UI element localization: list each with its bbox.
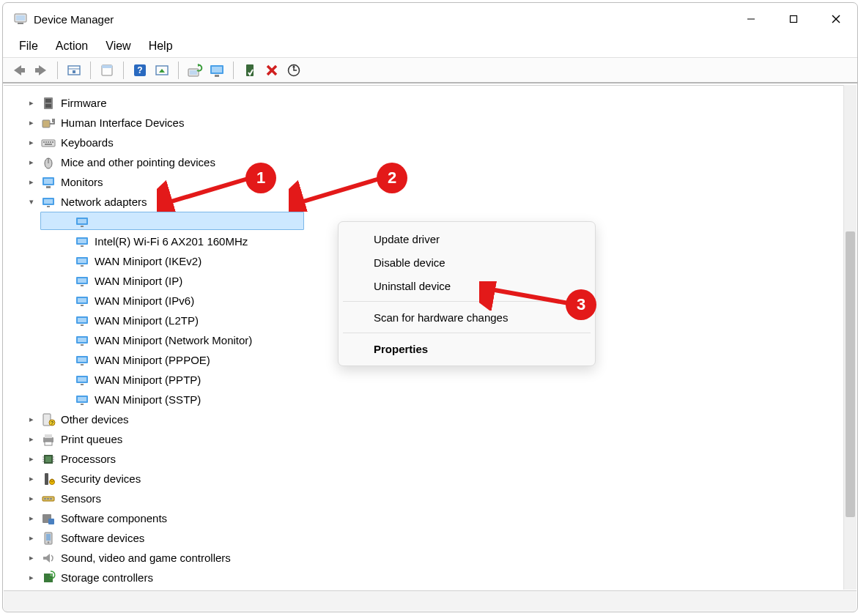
tree-category[interactable]: ▸Software components: [26, 508, 857, 528]
chevron-right-icon[interactable]: ▸: [26, 489, 37, 508]
tree-category[interactable]: ▾Network adapters: [26, 192, 857, 212]
svg-rect-4: [791, 16, 797, 23]
context-disable-device[interactable]: Disable device: [339, 251, 595, 274]
svg-rect-31: [42, 140, 55, 146]
menu-file[interactable]: File: [10, 37, 47, 55]
svg-rect-63: [81, 324, 84, 326]
show-hidden-button[interactable]: [64, 60, 84, 81]
context-update-driver[interactable]: Update driver: [339, 227, 595, 251]
annotation-arrow-3: [479, 281, 574, 311]
options-button[interactable]: [152, 60, 172, 81]
enable-device-button[interactable]: [240, 60, 260, 81]
svg-rect-29: [42, 120, 50, 127]
printer-icon: [40, 431, 56, 448]
tree-category[interactable]: ▸?Other devices: [26, 409, 857, 429]
svg-rect-50: [78, 239, 86, 243]
svg-rect-33: [45, 141, 47, 143]
sound-icon: [40, 550, 56, 566]
svg-rect-68: [78, 357, 86, 362]
network-adapter-icon: [74, 234, 90, 250]
context-properties[interactable]: Properties: [339, 337, 595, 360]
scan-hardware-button[interactable]: [284, 60, 304, 81]
tree-category[interactable]: ▸Software devices: [26, 528, 857, 548]
svg-rect-18: [190, 70, 197, 75]
svg-rect-8: [35, 68, 40, 73]
chevron-right-icon[interactable]: ▸: [26, 172, 37, 192]
tree-category[interactable]: ▸Mice and other pointing devices: [26, 152, 857, 172]
chevron-down-icon[interactable]: ▾: [26, 192, 37, 212]
svg-rect-47: [78, 219, 86, 223]
chevron-right-icon[interactable]: ▸: [26, 508, 37, 528]
tree-category[interactable]: ▸Keyboards: [26, 133, 857, 152]
tree-device[interactable]: ▸WAN Miniport (SSTP): [26, 390, 857, 409]
chevron-right-icon[interactable]: ▸: [26, 133, 37, 152]
tree-category[interactable]: ▸Storage controllers: [26, 568, 857, 587]
chevron-right-icon[interactable]: ▸: [26, 568, 37, 587]
tree-device[interactable]: ▸WAN Miniport (PPTP): [26, 370, 857, 390]
help-button[interactable]: ?: [130, 60, 150, 81]
back-button[interactable]: [9, 60, 29, 81]
tree-device-label: WAN Miniport (PPPOE): [95, 350, 210, 370]
chevron-right-icon[interactable]: ▸: [26, 93, 37, 113]
tree-category-label: Network adapters: [61, 192, 147, 212]
svg-rect-80: [45, 434, 52, 438]
tree-category[interactable]: ▸Sound, video and game controllers: [26, 548, 857, 568]
update-driver-button[interactable]: [185, 60, 205, 81]
svg-rect-54: [81, 265, 84, 267]
svg-point-103: [50, 574, 53, 576]
toolbar: ?: [3, 57, 857, 84]
tree-device-label: WAN Miniport (IKEv2): [95, 251, 201, 271]
tree-device-label: WAN Miniport (IPv6): [95, 291, 194, 311]
menu-help[interactable]: Help: [140, 37, 182, 55]
network-adapter-icon: [74, 333, 90, 349]
software-device-icon: [40, 530, 56, 546]
hid-icon: [40, 115, 56, 131]
svg-rect-59: [78, 298, 86, 303]
maximize-button[interactable]: [772, 3, 815, 35]
svg-rect-98: [48, 519, 54, 524]
scrollbar-thumb[interactable]: [846, 231, 855, 517]
close-button[interactable]: [815, 3, 857, 35]
svg-rect-62: [78, 318, 86, 322]
menu-view[interactable]: View: [97, 37, 139, 55]
tree-category[interactable]: ▸Firmware: [26, 93, 857, 113]
monitor-icon: [40, 174, 56, 190]
tree-category[interactable]: ▸Human Interface Devices: [26, 113, 857, 133]
svg-rect-83: [45, 456, 51, 462]
svg-rect-7: [20, 68, 25, 73]
chevron-right-icon[interactable]: ▸: [26, 409, 37, 429]
vertical-scrollbar[interactable]: [843, 85, 857, 590]
tree-category[interactable]: ▸Security devices: [26, 469, 857, 489]
properties-button[interactable]: [97, 60, 117, 81]
svg-rect-81: [45, 442, 52, 445]
tree-category[interactable]: ▸Processors: [26, 449, 857, 469]
tree-category-label: Print queues: [61, 429, 122, 449]
forward-button[interactable]: [31, 60, 51, 81]
chevron-right-icon[interactable]: ▸: [26, 528, 37, 548]
svg-rect-51: [81, 245, 84, 247]
chevron-right-icon[interactable]: ▸: [26, 548, 37, 568]
svg-rect-45: [47, 206, 50, 207]
menu-action[interactable]: Action: [47, 37, 97, 55]
chevron-right-icon[interactable]: ▸: [26, 449, 37, 469]
remove-device-button[interactable]: [262, 60, 282, 81]
svg-rect-2: [18, 23, 23, 24]
svg-rect-71: [78, 377, 86, 382]
context-separator: [343, 333, 591, 333]
tree-category-label: Sound, video and game controllers: [61, 548, 231, 568]
tree-category[interactable]: ▸Print queues: [26, 429, 857, 449]
chevron-right-icon[interactable]: ▸: [26, 152, 37, 172]
chevron-right-icon[interactable]: ▸: [26, 113, 37, 133]
chevron-right-icon[interactable]: ▸: [26, 429, 37, 449]
svg-rect-66: [81, 344, 84, 346]
tree-category-label: Processors: [61, 449, 116, 469]
minimize-button[interactable]: [730, 3, 772, 35]
monitor-refresh-button[interactable]: [207, 60, 227, 81]
chevron-right-icon[interactable]: ▸: [26, 469, 37, 489]
svg-rect-94: [44, 498, 46, 500]
svg-rect-69: [81, 364, 84, 365]
tree-category[interactable]: ▸Monitors: [26, 172, 857, 192]
device-manager-window: Device Manager File Action View Help: [2, 2, 858, 612]
tree-category[interactable]: ▸Sensors: [26, 489, 857, 508]
svg-rect-90: [45, 473, 48, 485]
